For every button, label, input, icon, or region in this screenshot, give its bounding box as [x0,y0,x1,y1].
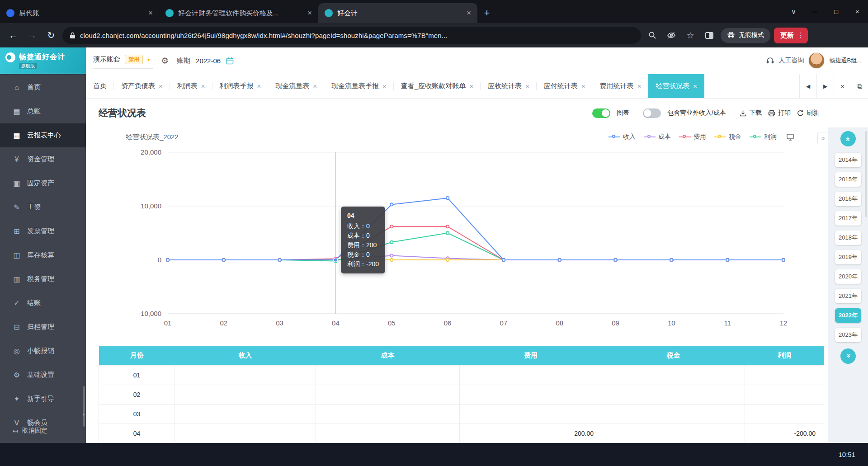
year-button[interactable]: 2021年 [835,289,861,303]
user-avatar[interactable] [808,52,825,69]
invoice-icon: ⊞ [12,227,22,235]
report-tab[interactable]: 资产负债表× [114,74,170,98]
report-tab[interactable]: 利润表季报× [212,74,269,98]
year-button[interactable]: 2014年 [835,153,861,167]
sidebar-item-archive[interactable]: ⊟归档管理 [0,315,86,339]
tab-close-icon[interactable]: × [307,9,312,18]
report-tab[interactable]: 首页 [86,74,114,98]
table-header-cell: 月份 [99,346,175,365]
sidebar-scrollbar[interactable] [83,386,85,427]
tab-close-icon[interactable]: × [525,82,529,90]
sidebar-item-closing[interactable]: ✓结账 [0,291,86,315]
maximize-button[interactable]: □ [826,0,847,23]
minimize-button[interactable]: ─ [804,0,826,23]
tab-list-chevron-icon[interactable]: ∨ [783,0,804,23]
year-button[interactable]: 2019年 [835,250,861,264]
support-link[interactable]: 人工咨询 [778,56,804,65]
report-tab[interactable]: 利润表× [170,74,212,98]
download-button[interactable]: 下载 [740,109,762,117]
sidebar-item-home[interactable]: ⌂首页 [0,75,86,99]
update-button[interactable]: 更新 ⋮ [774,28,808,43]
collapse-years-panel-button[interactable]: » [817,132,828,144]
sidebar-scroll-down-icon[interactable]: ▼ [82,413,85,417]
close-button[interactable]: × [847,0,868,23]
sidebar-item-cloud-report[interactable]: ▦云报表中心 [0,123,86,147]
tab-close-icon[interactable]: × [159,82,163,90]
tab-close-icon[interactable]: × [257,82,261,90]
tab-close-icon[interactable]: × [581,82,585,90]
year-button[interactable]: 2017年 [835,211,861,226]
tab-close-icon[interactable]: × [637,82,641,90]
table-header-cell: 税金 [602,346,745,365]
report-table: 月份收入成本费用税金利润01020304200.00-200.00 [99,346,824,443]
chart-svg[interactable]: 20,00010,0000-10,00001020304050607080910… [99,127,824,340]
report-tab[interactable]: 费用统计表× [592,74,648,98]
browser-tab[interactable]: 易代账× [0,3,159,23]
year-button[interactable]: 2022年 [835,308,861,323]
report-tab[interactable]: 应收统计表× [481,74,537,98]
reload-button[interactable]: ↻ [43,28,59,43]
chevron-down-icon[interactable]: ▾ [147,56,150,63]
sidebar-item-invoice[interactable]: ⊞发票管理 [0,219,86,243]
year-button[interactable]: 2015年 [835,172,861,187]
user-name[interactable]: 畅捷通B组... [829,56,862,65]
calendar-icon[interactable] [226,57,234,65]
report-tab[interactable]: 现金流量表季报× [324,74,394,98]
content-scrollbar[interactable] [865,131,867,217]
sidebar-item-ledger[interactable]: ▤总账 [0,99,86,123]
sidebar-item-guide[interactable]: ✦新手引导 [0,387,86,411]
back-button[interactable]: ← [5,28,21,43]
year-button[interactable]: 2020年 [835,269,861,284]
browser-tab[interactable]: 好会计× [318,3,477,23]
years-scroll-up-button[interactable]: « [840,131,856,146]
close-tabs-icon[interactable]: × [834,74,851,98]
fullscreen-icon[interactable]: ⧉ [851,74,868,98]
chart-toggle[interactable] [592,108,610,118]
browser-menu-icon[interactable]: ⋮ [797,31,804,39]
forward-button[interactable]: → [24,28,40,43]
print-button[interactable]: 打印 [768,109,791,117]
tab-close-icon[interactable]: × [469,82,473,90]
unpin-sidebar-button[interactable]: ↤ 取消固定 [0,421,86,440]
sidebar-item-reimburse[interactable]: ◎小畅报销 [0,339,86,363]
tab-close-icon[interactable]: × [148,9,153,18]
sidebar-item-settings[interactable]: ⚙基础设置 [0,363,86,387]
report-tab[interactable]: 现金流量表× [268,74,324,98]
address-bar[interactable]: cloud2.chanjet.com/accounting/uh26t264j5… [62,27,641,44]
sidebar-item-payroll[interactable]: ✎工资 [0,195,86,219]
report-tab[interactable]: 查看_应收账款对账单× [394,74,481,98]
svg-text:09: 09 [612,319,619,327]
year-button[interactable]: 2023年 [835,328,861,342]
report-tab[interactable]: 经营状况表× [648,74,704,98]
tab-close-icon[interactable]: × [467,9,471,18]
tab-close-icon[interactable]: × [201,82,205,90]
bookmark-star-icon[interactable]: ☆ [683,28,698,43]
table-cell [460,385,602,404]
split-screen-icon[interactable] [702,28,717,43]
account-set-select[interactable]: 演示账套 禁用 ▾ [93,52,153,69]
sidebar-item-tax[interactable]: ▥税务管理 [0,267,86,291]
tab-close-icon[interactable]: × [313,82,317,90]
browser-tab[interactable]: 好会计财务管理软件购买价格及...× [159,3,318,23]
period-value[interactable]: 2022-06 [196,57,221,65]
report-tab[interactable]: 应付统计表× [537,74,593,98]
refresh-button[interactable]: 刷新 [797,109,819,117]
search-icon[interactable] [645,28,660,43]
settings-gear-icon[interactable]: ⚙ [161,56,169,66]
sidebar-item-funds[interactable]: ¥资金管理 [0,147,86,171]
svg-text:12: 12 [780,319,788,327]
lock-icon [70,32,75,39]
incognito-badge[interactable]: 无痕模式 [721,28,770,43]
sidebar-item-inventory[interactable]: ◫库存核算 [0,243,86,267]
sidebar-item-fixed-assets[interactable]: ▣固定资产 [0,171,86,195]
scroll-tabs-right-icon[interactable]: ▶ [816,74,834,98]
scroll-tabs-left-icon[interactable]: ◀ [799,74,816,98]
year-button[interactable]: 2018年 [835,231,861,245]
tab-close-icon[interactable]: × [693,82,697,90]
year-button[interactable]: 2016年 [835,192,861,206]
tab-close-icon[interactable]: × [382,82,387,90]
new-tab-button[interactable]: + [477,3,496,23]
eye-slash-icon[interactable] [664,28,679,43]
years-scroll-down-button[interactable]: « [840,348,856,364]
include-nonoperating-toggle[interactable] [643,108,661,118]
